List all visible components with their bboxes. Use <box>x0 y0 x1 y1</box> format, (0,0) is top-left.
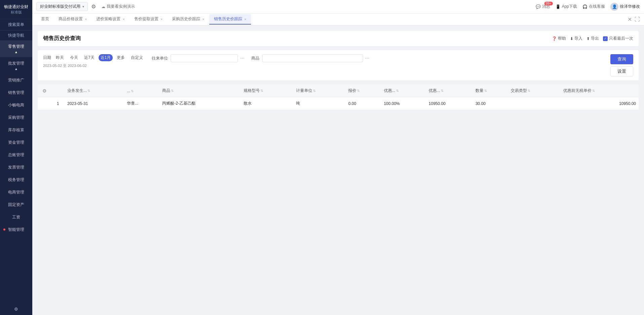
date-option-today[interactable]: 今天 <box>68 54 80 61</box>
demo-button[interactable]: ☁ 我要看实例演示 <box>101 4 135 9</box>
product-input[interactable] <box>262 54 363 62</box>
sidebar-item-label: 库存核算 <box>8 127 24 133</box>
sort-icon: ⇅ <box>592 89 595 93</box>
date-label: 日期 <box>43 55 51 61</box>
close-icon[interactable]: × <box>122 17 124 21</box>
sort-icon: ⇅ <box>528 89 530 93</box>
customer-search-icon[interactable]: ··· <box>240 55 244 61</box>
message-count-badge: 99+ <box>544 2 553 5</box>
page-title: 销售历史价查询 <box>43 35 81 42</box>
help-button[interactable]: ❓ 帮助 <box>552 36 566 41</box>
sidebar-quick-nav[interactable]: 快捷导航 <box>0 31 32 40</box>
page-header: 销售历史价查询 ❓ 帮助 ⬇ 导入 ⬆ 导出 ✓ 只看最后一次 <box>38 31 639 46</box>
settings-button[interactable]: 设置 <box>610 66 633 76</box>
sidebar-item-purchase[interactable]: 采购管理 <box>0 111 32 124</box>
sort-icon: ⇅ <box>396 89 399 93</box>
topbar: 好业财标准版交付试用 ▾ ⚙ ☁ 我要看实例演示 💬 消息 99+ 📱 App下… <box>32 0 644 13</box>
sidebar-item-invoice[interactable]: 发票管理 <box>0 161 32 174</box>
user-menu[interactable]: 👤 徐泽华修改 <box>610 3 640 11</box>
row-unit-cell: 吨 <box>293 97 346 110</box>
sidebar-item-marketing[interactable]: 营销推广 <box>0 74 32 86</box>
sidebar-item-label: 批发管理 <box>8 61 24 66</box>
version-selector[interactable]: 好业财标准版交付试用 ▾ <box>36 2 88 11</box>
topbar-right: 💬 消息 99+ 📱 App下载 🎧 在线客服 👤 徐泽华修改 <box>536 3 640 11</box>
sidebar-item-retail[interactable]: 零售管理 ▲ <box>0 40 32 57</box>
tab-home[interactable]: 首页 <box>36 14 54 25</box>
date-option-yesterday[interactable]: 昨天 <box>54 54 66 61</box>
col-more-header[interactable]: ...⇅ <box>124 84 159 97</box>
mobile-icon: 📱 <box>556 4 561 9</box>
tab-sale-extract[interactable]: 售价提取设置 × <box>130 14 167 25</box>
col-product-header[interactable]: 商品⇅ <box>159 84 241 97</box>
table-settings-button[interactable]: ⚙ <box>42 88 47 94</box>
sidebar-item-ecommerce-small[interactable]: 小畅电商 <box>0 99 32 111</box>
sidebar-item-smart[interactable]: 智能管理 <box>0 223 32 236</box>
action-buttons: 查询 设置 <box>610 54 633 76</box>
app-download-button[interactable]: 📱 App下载 <box>556 4 577 9</box>
sort-icon: ⇅ <box>484 89 487 93</box>
col-spec-header[interactable]: 规格型号⇅ <box>241 84 293 97</box>
sort-icon: ⇅ <box>357 89 360 93</box>
row-more-cell: 华查... <box>124 97 159 110</box>
sidebar-item-wholesale[interactable]: 批发管理 ▲ <box>0 57 32 74</box>
tab-close-window-icon[interactable]: ✕ <box>628 16 632 23</box>
import-icon: ⬇ <box>570 36 573 41</box>
date-option-last1m[interactable]: 近1月 <box>99 54 113 61</box>
topbar-settings-icon[interactable]: ⚙ <box>91 3 96 10</box>
only-last-checkbox[interactable]: ✓ 只看最后一次 <box>603 36 633 41</box>
sidebar-item-assets[interactable]: 固定资产 <box>0 199 32 211</box>
import-button[interactable]: ⬇ 导入 <box>570 36 582 41</box>
sidebar-item-ecommerce[interactable]: 电商管理 <box>0 186 32 199</box>
sidebar-item-account[interactable]: 总账管理 <box>0 149 32 161</box>
date-option-last7[interactable]: 近7天 <box>82 54 97 61</box>
customer-label: 往来单位 <box>152 56 168 61</box>
date-option-custom[interactable]: 自定义 <box>129 54 145 61</box>
sidebar-settings-button[interactable]: ⚙ <box>0 303 32 315</box>
tab-sales-history[interactable]: 销售历史价跟踪 × <box>209 14 251 25</box>
sidebar-item-label: 销售管理 <box>8 90 24 96</box>
col-trade-type-header[interactable]: 交易类型⇅ <box>508 84 561 97</box>
sidebar-item-label: 电商管理 <box>8 189 24 195</box>
tab-expand-icon[interactable]: ⛶ <box>635 16 640 23</box>
chevron-down-icon: ▾ <box>82 5 84 8</box>
demo-label: 我要看实例演示 <box>107 4 135 9</box>
close-icon[interactable]: × <box>160 17 163 21</box>
tab-purchase-strategy[interactable]: 进价策略设置 × <box>92 14 129 25</box>
col-biz-date-header[interactable]: 业务发生...⇅ <box>65 84 124 97</box>
customer-input[interactable] <box>171 54 238 62</box>
sidebar-item-inventory[interactable]: 库存核算 <box>0 124 32 136</box>
online-service-button[interactable]: 🎧 在线客服 <box>582 4 605 9</box>
sidebar-item-sales[interactable]: 销售管理 <box>0 86 32 99</box>
tab-purchase-history[interactable]: 采购历史价跟踪 × <box>167 14 209 25</box>
sidebar-item-finance[interactable]: 资金管理 <box>0 136 32 149</box>
message-button[interactable]: 💬 消息 99+ <box>536 4 550 9</box>
close-icon[interactable]: × <box>244 17 246 21</box>
close-icon[interactable]: × <box>202 17 204 21</box>
col-notax-price-header[interactable]: 优惠前无税单价⇅ <box>561 84 639 97</box>
col-price-header[interactable]: 报价⇅ <box>346 84 381 97</box>
tab-price[interactable]: 商品价格设置 × <box>54 14 92 25</box>
sidebar-item-tax[interactable]: 税务管理 <box>0 174 32 186</box>
close-icon[interactable]: × <box>85 17 87 21</box>
sidebar-logo: 畅捷通好业财 标准版 <box>0 0 32 19</box>
col-unit-header[interactable]: 计量单位⇅ <box>293 84 346 97</box>
sidebar-item-label: 固定资产 <box>8 202 24 208</box>
product-search-icon[interactable]: ··· <box>365 55 369 61</box>
sort-icon: ⇅ <box>313 89 316 93</box>
product-input-group: ··· <box>262 54 369 62</box>
row-settings-cell <box>38 97 51 110</box>
tabs-bar: 首页 商品价格设置 × 进价策略设置 × 售价提取设置 × 采购历史价跟踪 × … <box>32 13 644 26</box>
version-label: 好业财标准版交付试用 <box>40 4 80 9</box>
main-area: 好业财标准版交付试用 ▾ ⚙ ☁ 我要看实例演示 💬 消息 99+ 📱 App下… <box>32 0 644 315</box>
sidebar-search[interactable]: 搜索菜单 <box>0 19 32 31</box>
col-quantity-header[interactable]: 数量⇅ <box>473 84 508 97</box>
sidebar-item-label: 总账管理 <box>8 152 24 158</box>
col-discount1-header[interactable]: 优惠...⇅ <box>381 84 426 97</box>
export-button[interactable]: ⬆ 导出 <box>586 36 599 41</box>
sidebar-item-salary[interactable]: 工资 <box>0 211 32 223</box>
date-option-more[interactable]: 更多 <box>115 54 127 61</box>
col-discount2-header[interactable]: 优惠...⇅ <box>426 84 473 97</box>
row-quantity-cell: 30.00 <box>473 97 508 110</box>
query-button[interactable]: 查询 <box>610 54 633 64</box>
row-biz-date-cell: 2023-05-31 <box>65 97 124 110</box>
